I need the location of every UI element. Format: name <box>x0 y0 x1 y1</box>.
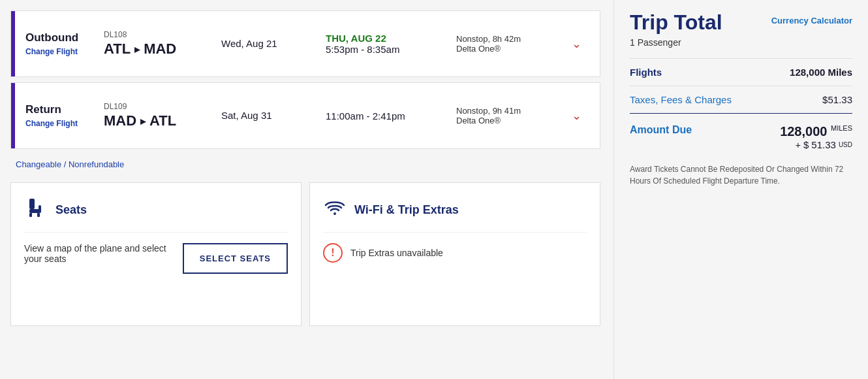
return-dest: ATL <box>149 112 176 129</box>
return-route: MAD ▸ ATL <box>104 112 221 129</box>
flights-value: 128,000 Miles <box>790 67 852 78</box>
outbound-flight-number: DL108 <box>104 30 221 39</box>
svg-rect-1 <box>29 209 40 213</box>
currency-calculator-link[interactable]: Currency Calculator <box>771 16 852 25</box>
miles-number: 128,000 <box>780 124 827 139</box>
amount-due-values: 128,000 MILES + $51.33 USD <box>780 124 852 150</box>
outbound-route-col: DL108 ATL ▸ MAD <box>104 30 221 58</box>
trip-total-title: Trip Total <box>630 10 722 35</box>
wifi-card-header: Wi-Fi & Trip Extras <box>323 196 587 233</box>
return-time-col: 11:00am - 2:41pm <box>326 110 456 122</box>
return-cabin: Delta One® <box>456 116 563 125</box>
right-panel: Trip Total Currency Calculator 1 Passeng… <box>613 0 868 379</box>
return-route-arrow: ▸ <box>140 115 146 127</box>
outbound-chevron-down-icon: ⌄ <box>572 37 581 51</box>
seats-card-body: View a map of the plane and select your … <box>24 243 288 274</box>
svg-rect-3 <box>29 213 32 217</box>
amount-due-row: Amount Due 128,000 MILES + $51.33 USD <box>630 113 852 156</box>
svg-point-5 <box>333 212 336 215</box>
outbound-date: Wed, Aug 21 <box>221 38 277 49</box>
passenger-info: 1 Passenger <box>630 37 852 48</box>
return-flight-number: DL109 <box>104 102 221 111</box>
return-label-col: Return Change Flight <box>25 103 104 128</box>
seat-icon <box>24 196 48 224</box>
wifi-icon <box>323 196 347 224</box>
seats-description: View a map of the plane and select your … <box>24 243 172 264</box>
return-chevron-down-icon: ⌄ <box>572 108 581 123</box>
trip-extras-body: ! Trip Extras unavailable <box>323 243 587 263</box>
return-nonstop: Nonstop, 9h 41m <box>456 106 563 116</box>
amount-due-miles: 128,000 MILES <box>780 124 852 139</box>
outbound-route-arrow: ▸ <box>134 43 140 56</box>
svg-rect-2 <box>39 205 41 213</box>
return-chevron-col[interactable]: ⌄ <box>563 108 589 123</box>
svg-rect-4 <box>37 213 40 217</box>
outbound-info-col: Nonstop, 8h 42m Delta One® <box>456 34 563 54</box>
outbound-chevron-col[interactable]: ⌄ <box>563 37 589 51</box>
flights-label: Flights <box>630 67 662 78</box>
return-info-col: Nonstop, 9h 41m Delta One® <box>456 106 563 125</box>
changeable-notice[interactable]: Changeable / Nonrefundable <box>10 154 600 177</box>
seats-card-title: Seats <box>55 203 87 217</box>
trip-extras-unavailable: Trip Extras unavailable <box>350 248 443 258</box>
return-flight-card: Return Change Flight DL109 MAD ▸ ATL Sat… <box>10 82 600 149</box>
return-label: Return <box>25 103 104 116</box>
plus-sign: + <box>796 140 801 150</box>
outbound-label-col: Outbound Change Flight <box>25 31 104 56</box>
outbound-dest: MAD <box>144 41 176 58</box>
outbound-label: Outbound <box>25 31 104 44</box>
fees-row: Taxes, Fees & Charges $51.33 <box>630 86 852 113</box>
alert-icon: ! <box>323 243 343 263</box>
svg-rect-0 <box>29 199 35 209</box>
outbound-time-highlight: THU, AUG 22 <box>326 33 456 44</box>
outbound-change-flight[interactable]: Change Flight <box>25 47 104 56</box>
fees-label: Taxes, Fees & Charges <box>630 94 732 105</box>
outbound-time-range: 5:53pm - 8:35am <box>326 44 456 55</box>
bottom-cards: Seats View a map of the plane and select… <box>10 182 600 326</box>
amount-due-usd-row: + $51.33 USD <box>780 139 852 150</box>
fees-value: $51.33 <box>822 94 852 105</box>
outbound-flight-card: Outbound Change Flight DL108 ATL ▸ MAD W… <box>10 10 600 77</box>
seats-card-header: Seats <box>24 196 288 233</box>
seats-card: Seats View a map of the plane and select… <box>10 182 302 326</box>
outbound-date-col: Wed, Aug 21 <box>221 38 326 50</box>
select-seats-button[interactable]: SELECT SEATS <box>183 243 288 274</box>
outbound-origin: ATL <box>104 41 131 58</box>
return-date-col: Sat, Aug 31 <box>221 110 326 122</box>
amount-due-label: Amount Due <box>630 124 692 136</box>
wifi-card: Wi-Fi & Trip Extras ! Trip Extras unavai… <box>309 182 600 326</box>
dollar-sign: $ <box>803 139 809 150</box>
outbound-nonstop: Nonstop, 8h 42m <box>456 34 563 44</box>
wifi-card-title: Wi-Fi & Trip Extras <box>354 203 459 217</box>
outbound-cabin: Delta One® <box>456 44 563 54</box>
award-notice: Award Tickets Cannot Be Redeposited Or C… <box>630 163 852 187</box>
return-change-flight[interactable]: Change Flight <box>25 119 104 128</box>
usd-amount: 51.33 <box>811 139 836 150</box>
return-route-col: DL109 MAD ▸ ATL <box>104 102 221 129</box>
return-date: Sat, Aug 31 <box>221 110 272 121</box>
return-time-range: 11:00am - 2:41pm <box>326 110 456 122</box>
return-origin: MAD <box>104 112 136 129</box>
outbound-time-col: THU, AUG 22 5:53pm - 8:35am <box>326 33 456 55</box>
trip-total-header: Trip Total Currency Calculator <box>630 10 852 35</box>
usd-sup: USD <box>839 141 852 148</box>
outbound-route: ATL ▸ MAD <box>104 41 221 58</box>
flights-row: Flights 128,000 Miles <box>630 58 852 86</box>
miles-sup: MILES <box>831 124 852 132</box>
